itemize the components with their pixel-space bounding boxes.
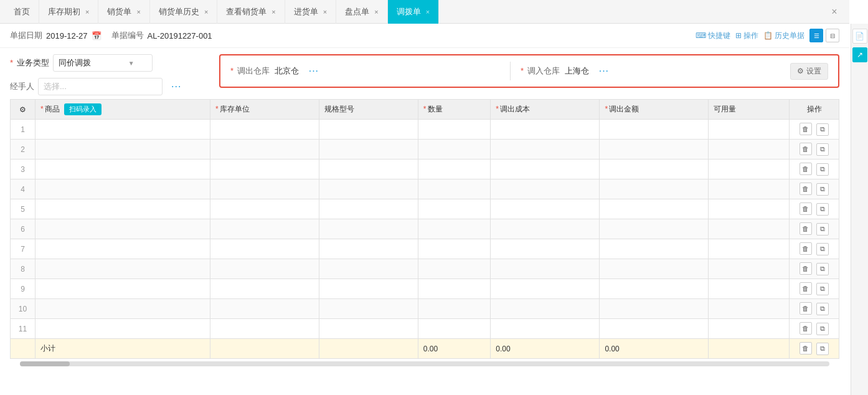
qty-cell-2[interactable] — [418, 140, 490, 159]
product-cell-9[interactable] — [35, 279, 210, 299]
cost-cell-5[interactable] — [491, 199, 600, 219]
unit-cell-1[interactable] — [210, 120, 319, 140]
tab-close-sales-history[interactable]: × — [204, 8, 208, 16]
shortcuts-link[interactable]: ⌨ 快捷键 — [696, 31, 730, 41]
unit-cell-3[interactable] — [210, 159, 319, 179]
out-warehouse-more-button[interactable]: ··· — [309, 65, 319, 77]
qty-cell-11[interactable] — [418, 319, 490, 339]
unit-cell-8[interactable] — [210, 259, 319, 279]
copy-row-9-button[interactable]: ⧉ — [816, 283, 829, 295]
unit-cell-7[interactable] — [210, 239, 319, 259]
tab-close-purchase[interactable]: × — [323, 8, 327, 16]
spec-cell-4[interactable] — [319, 179, 418, 199]
delete-row-9-button[interactable]: 🗑 — [800, 282, 812, 295]
copy-row-8-button[interactable]: ⧉ — [816, 263, 829, 275]
amount-cell-2[interactable] — [600, 140, 709, 159]
amount-cell-5[interactable] — [600, 199, 709, 219]
product-cell-5[interactable] — [35, 199, 210, 219]
spec-cell-7[interactable] — [319, 239, 418, 259]
spec-cell-6[interactable] — [319, 219, 418, 239]
copy-row-11-button[interactable]: ⧉ — [816, 323, 829, 335]
cost-cell-9[interactable] — [491, 279, 600, 299]
copy-row-5-button[interactable]: ⧉ — [816, 203, 829, 216]
qty-cell-3[interactable] — [418, 159, 490, 179]
delete-row-5-button[interactable]: 🗑 — [800, 202, 812, 215]
horizontal-scrollbar[interactable] — [20, 361, 829, 366]
delete-row-2-button[interactable]: 🗑 — [800, 143, 812, 155]
cost-cell-4[interactable] — [491, 179, 600, 199]
business-type-select[interactable]: 同价调拨 ▼ — [53, 54, 153, 72]
tab-close-sales[interactable]: × — [136, 8, 140, 16]
product-cell-11[interactable] — [35, 319, 210, 339]
delete-row-10-button[interactable]: 🗑 — [800, 302, 812, 315]
amount-cell-7[interactable] — [600, 239, 709, 259]
qty-cell-5[interactable] — [418, 199, 490, 219]
calendar-icon[interactable]: 📅 — [92, 31, 101, 40]
tab-view-sales[interactable]: 查看销货单 × — [217, 0, 285, 24]
copy-row-6-button[interactable]: ⧉ — [816, 223, 829, 236]
copy-row-7-button[interactable]: ⧉ — [816, 243, 829, 255]
spec-cell-5[interactable] — [319, 199, 418, 219]
spec-cell-8[interactable] — [319, 259, 418, 279]
scroll-thumb[interactable] — [20, 361, 70, 366]
amount-cell-1[interactable] — [600, 120, 709, 140]
unit-cell-10[interactable] — [210, 299, 319, 319]
unit-cell-11[interactable] — [210, 319, 319, 339]
amount-cell-4[interactable] — [600, 179, 709, 199]
delete-subtotal-button[interactable]: 🗑 — [800, 342, 812, 355]
tab-close-stocktake[interactable]: × — [374, 8, 378, 16]
tab-close-view-sales[interactable]: × — [271, 8, 275, 16]
product-cell-6[interactable] — [35, 219, 210, 239]
product-cell-7[interactable] — [35, 239, 210, 259]
cost-cell-6[interactable] — [491, 219, 600, 239]
settings-button[interactable]: ⚙ 设置 — [790, 63, 828, 80]
product-cell-10[interactable] — [35, 299, 210, 319]
window-close-button[interactable]: × — [824, 2, 844, 22]
unit-cell-5[interactable] — [210, 199, 319, 219]
product-cell-1[interactable] — [35, 120, 210, 140]
tab-close-transfer[interactable]: × — [426, 8, 430, 16]
delete-row-7-button[interactable]: 🗑 — [800, 242, 812, 255]
delete-row-1-button[interactable]: 🗑 — [800, 123, 812, 135]
copy-subtotal-button[interactable]: ⧉ — [816, 343, 829, 355]
in-warehouse-more-button[interactable]: ··· — [599, 65, 609, 77]
tab-close-inventory-init[interactable]: × — [85, 8, 89, 16]
spec-cell-2[interactable] — [319, 140, 418, 159]
spec-cell-11[interactable] — [319, 319, 418, 339]
unit-cell-6[interactable] — [210, 219, 319, 239]
tab-transfer[interactable]: 调拨单 × — [388, 0, 439, 24]
layout-double-icon[interactable]: ⊟ — [826, 29, 839, 42]
cost-cell-7[interactable] — [491, 239, 600, 259]
spec-cell-1[interactable] — [319, 120, 418, 140]
qty-cell-9[interactable] — [418, 279, 490, 299]
amount-cell-11[interactable] — [600, 319, 709, 339]
tab-purchase[interactable]: 进货单 × — [285, 0, 336, 24]
tab-inventory-init[interactable]: 库存期初 × — [39, 0, 98, 24]
history-link[interactable]: 📋 历史单据 — [763, 31, 804, 41]
tab-home[interactable]: 首页 — [5, 0, 39, 24]
sidebar-export-button[interactable]: ↗ — [852, 47, 867, 62]
unit-cell-2[interactable] — [210, 140, 319, 159]
spec-cell-10[interactable] — [319, 299, 418, 319]
sidebar-doc-button[interactable]: 📄 — [852, 29, 867, 44]
cost-cell-10[interactable] — [491, 299, 600, 319]
copy-row-4-button[interactable]: ⧉ — [816, 183, 829, 196]
cost-cell-3[interactable] — [491, 159, 600, 179]
product-cell-4[interactable] — [35, 179, 210, 199]
scrollbar-area[interactable] — [0, 359, 849, 369]
delete-row-8-button[interactable]: 🗑 — [800, 262, 812, 275]
delete-row-11-button[interactable]: 🗑 — [800, 322, 812, 335]
qty-cell-6[interactable] — [418, 219, 490, 239]
copy-row-10-button[interactable]: ⧉ — [816, 303, 829, 315]
operations-link[interactable]: ⊞ 操作 — [735, 31, 758, 41]
handler-select[interactable]: 选择... — [38, 78, 163, 95]
delete-row-4-button[interactable]: 🗑 — [800, 183, 812, 195]
tab-stocktake[interactable]: 盘点单 × — [336, 0, 387, 24]
product-cell-8[interactable] — [35, 259, 210, 279]
product-cell-2[interactable] — [35, 140, 210, 159]
unit-cell-4[interactable] — [210, 179, 319, 199]
amount-cell-3[interactable] — [600, 159, 709, 179]
handler-more-button[interactable]: ··· — [171, 81, 181, 92]
tab-sales-history[interactable]: 销货单历史 × — [150, 0, 217, 24]
scan-entry-button[interactable]: 扫码录入 — [64, 103, 101, 115]
